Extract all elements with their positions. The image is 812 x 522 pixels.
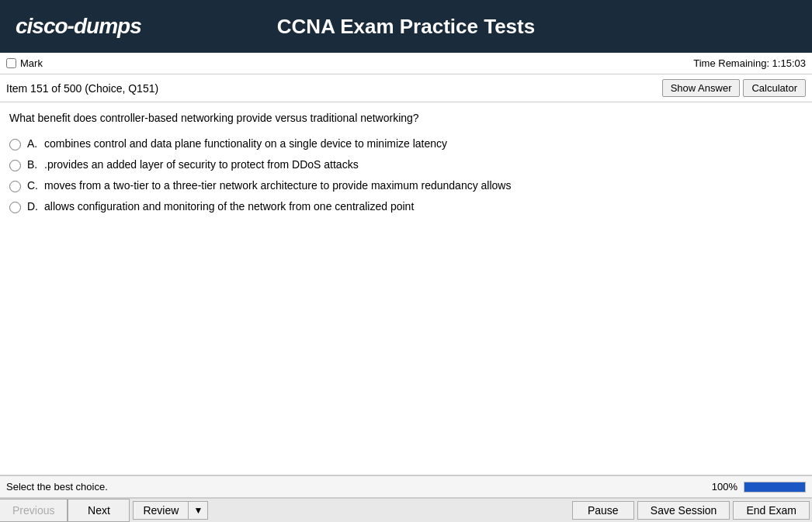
choice-letter-b: B. [27,158,41,171]
mark-checkbox[interactable] [6,58,16,68]
choice-radio-c[interactable] [9,181,21,192]
footer-right: Pause Save Session End Exam [570,499,812,522]
save-session-button[interactable]: Save Session [637,501,730,520]
choice-item-d: D. allows configuration and monitoring o… [9,196,803,217]
status-bar: Select the best choice. 100% [0,475,812,497]
footer: Previous Next Review ▼ Pause Save Sessio… [0,497,812,522]
choice-radio-a[interactable] [9,139,21,150]
choice-text-d: allows configuration and monitoring of t… [44,200,414,213]
choice-text-a: combines control and data plane function… [44,137,447,150]
calculator-button[interactable]: Calculator [743,79,806,97]
mark-bar: Mark Time Remaining: 1:15:03 [0,53,812,74]
choice-label-c: C. moves from a two-tier to a three-tier… [27,179,511,192]
choice-radio-b[interactable] [9,160,21,171]
review-dropdown-arrow[interactable]: ▼ [189,502,207,519]
question-text: What benefit does controller-based netwo… [0,102,812,130]
previous-button[interactable]: Previous [0,499,68,522]
logo: cisco-dumps [16,14,141,39]
choice-radio-d[interactable] [9,202,21,213]
pause-button[interactable]: Pause [572,501,634,520]
choice-label-b: B. .provides an added layer of security … [27,158,359,171]
choice-text-b: .provides an added layer of security to … [44,158,359,171]
question-header-buttons: Show Answer Calculator [662,79,806,97]
progress-bar-container [744,482,806,493]
mark-text: Mark [20,57,43,69]
question-area: Item 151 of 500 (Choice, Q151) Show Answ… [0,74,812,475]
show-answer-button[interactable]: Show Answer [662,79,741,97]
progress-area: 100% [712,481,806,493]
choice-letter-a: A. [27,137,41,150]
choice-letter-d: D. [27,200,41,213]
footer-left: Previous Next Review ▼ [0,499,208,522]
question-header: Item 151 of 500 (Choice, Q151) Show Answ… [0,74,812,102]
end-exam-button[interactable]: End Exam [733,501,810,520]
choice-label-d: D. allows configuration and monitoring o… [27,200,414,213]
next-button[interactable]: Next [68,499,130,522]
mark-label-group[interactable]: Mark [6,57,43,69]
review-button-group: Review ▼ [133,501,208,520]
choice-item-c: C. moves from a two-tier to a three-tier… [9,175,803,196]
choice-item-b: B. .provides an added layer of security … [9,154,803,175]
choice-label-a: A. combines control and data plane funct… [27,137,447,150]
hint-text: Select the best choice. [6,481,108,493]
header: cisco-dumps CCNA Exam Practice Tests [0,0,812,53]
progress-bar-fill [744,482,805,492]
item-info: Item 151 of 500 (Choice, Q151) [6,82,158,95]
header-title: CCNA Exam Practice Tests [277,15,535,39]
choice-text-c: moves from a two-tier to a three-tier ne… [44,179,511,192]
choices-container: A. combines control and data plane funct… [0,130,812,220]
review-button[interactable]: Review [134,502,189,519]
choice-item-a: A. combines control and data plane funct… [9,133,803,154]
time-remaining: Time Remaining: 1:15:03 [693,57,806,69]
progress-percent: 100% [712,481,737,493]
choice-letter-c: C. [27,179,41,192]
